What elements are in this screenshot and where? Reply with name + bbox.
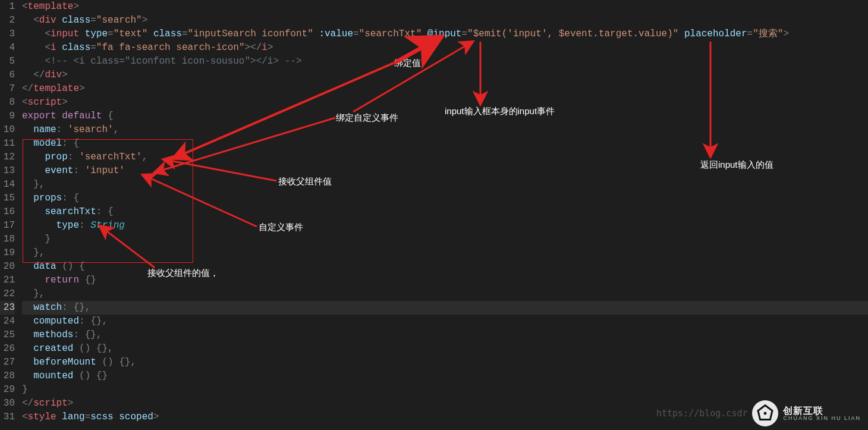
code-line[interactable]: }, <box>22 246 868 260</box>
line-number: 31 <box>0 410 15 424</box>
code-line[interactable]: created () {}, <box>22 342 868 356</box>
line-number: 26 <box>0 342 15 356</box>
line-number: 7 <box>0 82 15 96</box>
code-line[interactable]: <input type="text" class="inputSearch ic… <box>22 27 868 41</box>
code-line[interactable]: <i class="fa fa-search search-icon"></i> <box>22 41 868 55</box>
code-line[interactable]: return {} <box>22 274 868 287</box>
line-number: 9 <box>0 109 15 123</box>
line-number: 16 <box>0 205 15 219</box>
line-number-gutter: 1 2 3 4 5 6 7 8 9 10 11 12 13 14 15 16 1… <box>0 0 20 430</box>
code-line[interactable]: event: 'input' <box>22 164 868 178</box>
code-editor[interactable]: 1 2 3 4 5 6 7 8 9 10 11 12 13 14 15 16 1… <box>0 0 868 430</box>
watermark: https://blog.csdr 创新互联 CHUANG XIN HU LIA… <box>656 400 861 426</box>
line-number: 5 <box>0 55 15 68</box>
line-number: 11 <box>0 137 15 150</box>
code-line[interactable]: type: String <box>22 219 868 233</box>
line-number: 8 <box>0 96 15 109</box>
code-line[interactable]: data () { <box>22 260 868 274</box>
code-line[interactable]: mounted () {} <box>22 369 868 383</box>
watermark-url: https://blog.csdr <box>656 408 748 419</box>
line-number: 15 <box>0 192 15 205</box>
line-number: 14 <box>0 178 15 192</box>
code-line[interactable]: prop: 'searchTxt', <box>22 150 868 164</box>
code-line[interactable]: methods: {}, <box>22 328 868 342</box>
line-number: 4 <box>0 41 15 55</box>
watermark-logo-icon <box>752 400 778 426</box>
line-number: 6 <box>0 68 15 82</box>
line-number: 27 <box>0 356 15 369</box>
line-number: 2 <box>0 14 15 27</box>
code-line[interactable]: model: { <box>22 137 868 150</box>
line-number: 30 <box>0 397 15 410</box>
code-line[interactable]: } <box>22 233 868 246</box>
line-number: 10 <box>0 123 15 137</box>
line-number: 17 <box>0 219 15 233</box>
line-number: 12 <box>0 150 15 164</box>
code-line[interactable]: export default { <box>22 109 868 123</box>
line-number: 19 <box>0 246 15 260</box>
svg-point-0 <box>764 412 767 415</box>
line-number: 3 <box>0 27 15 41</box>
code-line[interactable]: <template> <box>22 0 868 14</box>
code-line[interactable]: name: 'search', <box>22 123 868 137</box>
line-number: 29 <box>0 383 15 397</box>
line-number: 21 <box>0 274 15 287</box>
code-line[interactable]: props: { <box>22 192 868 205</box>
code-line[interactable]: } <box>22 383 868 397</box>
code-line[interactable]: <!-- <i class="iconfont icon-sousuo"></i… <box>22 55 868 68</box>
line-number: 28 <box>0 369 15 383</box>
line-number: 20 <box>0 260 15 274</box>
code-line[interactable]: searchTxt: { <box>22 205 868 219</box>
code-line[interactable]: </div> <box>22 68 868 82</box>
code-line[interactable]: </template> <box>22 82 868 96</box>
code-line[interactable]: <script> <box>22 96 868 109</box>
code-line[interactable]: }, <box>22 178 868 192</box>
line-number: 22 <box>0 287 15 301</box>
code-line[interactable]: watch: {}, <box>22 301 868 315</box>
code-line[interactable]: <div class="search"> <box>22 14 868 27</box>
line-number: 13 <box>0 164 15 178</box>
line-number: 24 <box>0 315 15 328</box>
line-number: 23 <box>0 301 15 315</box>
code-line[interactable]: beforeMount () {}, <box>22 356 868 369</box>
code-area[interactable]: <template> <div class="search"> <input t… <box>20 0 868 430</box>
watermark-brand: 创新互联 CHUANG XIN HU LIAN <box>783 406 861 421</box>
line-number: 1 <box>0 0 15 14</box>
code-line[interactable]: computed: {}, <box>22 315 868 328</box>
line-number: 25 <box>0 328 15 342</box>
code-line[interactable]: }, <box>22 287 868 301</box>
line-number: 18 <box>0 233 15 246</box>
